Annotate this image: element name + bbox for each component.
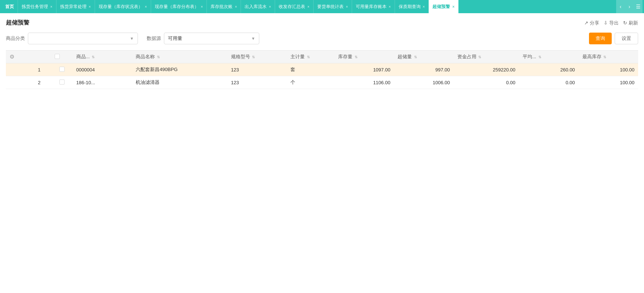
refresh-icon: ↻ [623, 20, 627, 26]
th-spec[interactable]: 规格型号 ⇅ [227, 51, 287, 63]
row-checkbox[interactable] [59, 67, 65, 72]
query-button[interactable]: 查询 [589, 33, 612, 44]
page-container: 超储预警 ↗ 分享 ⇩ 导出 ↻ 刷新 商品分类 ▼ 数据源 [0, 13, 644, 293]
table-header-row: ⚙ 商品... ⇅ 商品名称 ⇅ 规格型号 ⇅ [6, 51, 638, 63]
th-max[interactable]: 最高库存 ⇅ [579, 51, 638, 63]
close-tab-icon[interactable]: × [452, 5, 454, 9]
sort-icon: ⇅ [414, 55, 417, 59]
nav-arrows: ‹ › ☰ [616, 0, 643, 13]
th-name-label: 商品名称 [136, 54, 155, 59]
th-avg-label: 平均... [523, 54, 536, 59]
nav-tab-pick-task[interactable]: 拣货任务管理× [18, 0, 56, 13]
row-checkbox[interactable] [59, 79, 65, 85]
th-name[interactable]: 商品名称 ⇅ [132, 51, 227, 63]
nav-tab-order-stat[interactable]: 要货单统计表× [314, 0, 352, 13]
row-num: 1 [27, 63, 51, 76]
category-filter: 商品分类 ▼ [6, 33, 138, 44]
row-avg: 260.00 [519, 63, 578, 76]
close-tab-icon[interactable]: × [307, 5, 310, 9]
row-checkbox-cell [51, 76, 72, 89]
nav-next-button[interactable]: › [625, 0, 634, 13]
th-over-label: 超储量 [398, 54, 412, 59]
nav-tab-available-account[interactable]: 可用量库存账本× [352, 0, 395, 13]
gear-icon[interactable]: ⚙ [10, 53, 14, 60]
category-label: 商品分类 [6, 35, 25, 42]
th-stock-label: 库存量 [338, 54, 352, 59]
close-tab-icon[interactable]: × [423, 5, 425, 9]
row-fund: 0.00 [454, 76, 519, 89]
row-over: 997.00 [394, 63, 453, 76]
row-stock: 1106.00 [334, 76, 394, 89]
th-fund[interactable]: 资金占用 ⇅ [454, 51, 519, 63]
row-unit: 套 [287, 63, 334, 76]
category-select[interactable]: ▼ [28, 33, 138, 44]
close-tab-icon[interactable]: × [145, 5, 147, 9]
th-spec-label: 规格型号 [231, 54, 250, 59]
nav-prev-button[interactable]: ‹ [616, 0, 625, 13]
table-row: 2186-10...机油滤清器123个1106.001006.000.000.0… [6, 76, 638, 89]
th-code[interactable]: 商品... ⇅ [73, 51, 132, 63]
th-avg[interactable]: 平均... ⇅ [519, 51, 578, 63]
th-unit[interactable]: 主计量 ⇅ [287, 51, 334, 63]
nav-tab-overstock-warning[interactable]: 超储预警× [429, 0, 458, 13]
nav-tab-stock-dist[interactable]: 现存量（库存分布表）× [151, 0, 207, 13]
datasource-select[interactable]: 可用量 ▼ [164, 33, 259, 44]
close-tab-icon[interactable]: × [201, 5, 203, 9]
nav-more-button[interactable]: ☰ [634, 0, 643, 13]
row-settings [6, 63, 27, 76]
page-header: 超储预警 ↗ 分享 ⇩ 导出 ↻ 刷新 [6, 19, 638, 27]
refresh-label: 刷新 [629, 20, 638, 26]
chevron-down-icon: ▼ [130, 36, 134, 41]
datasource-filter: 数据源 可用量 ▼ [147, 33, 259, 44]
row-avg: 0.00 [519, 76, 578, 89]
sort-icon: ⇅ [478, 55, 481, 59]
th-fund-label: 资金占用 [457, 54, 476, 59]
th-stock[interactable]: 库存量 ⇅ [334, 51, 394, 63]
row-checkbox-cell [51, 63, 72, 76]
close-tab-icon[interactable]: × [269, 5, 271, 9]
sort-icon: ⇅ [538, 55, 541, 59]
select-all-checkbox[interactable] [55, 54, 60, 59]
th-num [27, 51, 51, 63]
th-max-label: 最高库存 [582, 54, 601, 59]
row-spec: 123 [227, 63, 287, 76]
data-table: ⚙ 商品... ⇅ 商品名称 ⇅ 规格型号 ⇅ [6, 50, 638, 89]
sort-icon: ⇅ [92, 55, 95, 59]
export-button[interactable]: ⇩ 导出 [604, 20, 619, 26]
settings-button[interactable]: 设置 [615, 33, 638, 44]
refresh-button[interactable]: ↻ 刷新 [623, 20, 638, 26]
row-name: 机油滤清器 [132, 76, 227, 89]
sort-icon: ⇅ [252, 55, 255, 59]
th-settings: ⚙ [6, 51, 27, 63]
nav-tab-inout-flow[interactable]: 出入库流水× [241, 0, 275, 13]
close-tab-icon[interactable]: × [89, 5, 91, 9]
close-tab-icon[interactable]: × [235, 5, 237, 9]
header-actions: ↗ 分享 ⇩ 导出 ↻ 刷新 [584, 20, 638, 26]
datasource-value: 可用量 [168, 35, 182, 42]
page-title: 超储预警 [6, 19, 29, 27]
nav-tab-home[interactable]: 首页 [1, 0, 18, 13]
export-icon: ⇩ [604, 20, 608, 26]
chevron-down-icon: ▼ [251, 36, 255, 41]
close-tab-icon[interactable]: × [50, 5, 52, 9]
filter-actions: 查询 设置 [589, 33, 638, 44]
close-tab-icon[interactable]: × [346, 5, 348, 9]
row-name: 六配套新昌490BPG [132, 63, 227, 76]
nav-tab-pick-exception[interactable]: 拣货异常处理× [56, 0, 95, 13]
nav-tab-collect-summary[interactable]: 收发存汇总表× [275, 0, 314, 13]
nav-tab-stock-batch[interactable]: 库存批次账× [207, 0, 241, 13]
sort-icon: ⇅ [355, 55, 358, 59]
th-code-label: 商品... [76, 54, 90, 59]
top-navigation: 首页拣货任务管理×拣货异常处理×现存量（库存状况表）×现存量（库存分布表）×库存… [0, 0, 644, 13]
row-max: 100.00 [579, 76, 638, 89]
share-button[interactable]: ↗ 分享 [584, 20, 599, 26]
sort-icon: ⇅ [157, 55, 160, 59]
nav-tab-quality-check[interactable]: 保质期查询× [395, 0, 429, 13]
datasource-label: 数据源 [147, 35, 161, 42]
nav-tab-stock-status[interactable]: 现存量（库存状况表）× [95, 0, 151, 13]
row-unit: 个 [287, 76, 334, 89]
row-code: 0000004 [73, 63, 132, 76]
th-unit-label: 主计量 [290, 54, 305, 59]
th-over[interactable]: 超储量 ⇅ [394, 51, 453, 63]
close-tab-icon[interactable]: × [389, 5, 391, 9]
